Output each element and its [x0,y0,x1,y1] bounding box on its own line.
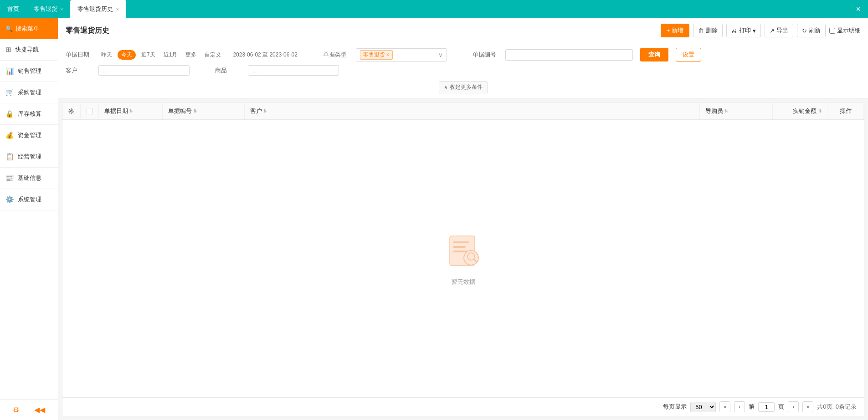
tab-retail-return-history[interactable]: 零售退货历史 × [70,0,126,18]
export-icon: ↗ [770,27,775,34]
goods-placeholder: ... [252,67,257,74]
th-customer-label: 客户 [250,107,262,115]
sidebar-item-finance-mgmt[interactable]: 💰 资金管理 [0,125,58,146]
th-op-label: 操作 [840,107,852,115]
th-date[interactable]: 单据日期 ⇅ [99,103,163,119]
bill-type-select[interactable]: 零售退货 × ∨ [356,48,447,61]
th-amount[interactable]: 实销金额 ⇅ [773,103,827,119]
filter-area: 单据日期 昨天 今天 近7天 近1月 更多 自定义 2023-06-02 至 2… [58,43,868,98]
show-detail-label: 显示明细 [829,26,861,35]
basic-info-icon: 📰 [5,174,14,182]
column-settings-icon [68,108,75,115]
first-page-button[interactable]: « [719,401,730,412]
per-page-select[interactable]: 10 20 50 100 [690,402,716,412]
content-area: 零售退货历史 + 新增 🗑 删除 🖨 打印 ▾ ↗ 导出 ↻ [58,18,868,420]
export-label: 导出 [776,26,788,35]
page-header: 零售退货历史 + 新增 🗑 删除 🖨 打印 ▾ ↗ 导出 ↻ [58,18,868,43]
bottom-settings-icon[interactable]: ⚙ [13,405,19,414]
ops-icon: 📋 [5,153,14,161]
date-btn-more[interactable]: 更多 [183,50,199,60]
customer-select[interactable]: ... [98,65,190,76]
sidebar-search[interactable]: 🔍 搜索菜单 [0,18,58,39]
th-customer-sort-icon: ⇅ [263,108,267,113]
th-customer[interactable]: 客户 ⇅ [245,103,700,119]
th-bill-no-sort-icon: ⇅ [193,108,197,113]
sidebar-item-sales-mgmt[interactable]: 📊 销售管理 [0,61,58,82]
sidebar: 🔍 搜索菜单 ⊞ 快捷导航 📊 销售管理 🛒 采购管理 🔒 库存核算 💰 资金管… [0,18,58,420]
page-total: 共0页, 0条记录 [817,403,857,411]
bill-date-label: 单据日期 [66,51,91,59]
page-title: 零售退货历史 [66,26,109,36]
th-bill-no-label: 单据编号 [168,107,192,115]
tab-home[interactable]: 首页 [0,0,26,18]
th-op: 操作 [827,103,864,119]
collapse-label: 收起更多条件 [450,83,483,91]
date-btn-last1m[interactable]: 近1月 [161,50,180,60]
add-button[interactable]: + 新增 [661,24,689,37]
date-btn-yesterday[interactable]: 昨天 [98,50,115,60]
sidebar-item-quick-nav-label: 快捷导航 [15,46,39,54]
tab-retail-return-close[interactable]: × [60,6,63,12]
per-page-label: 每页显示 [663,403,687,411]
sidebar-item-sys-mgmt[interactable]: ⚙️ 系统管理 [0,189,58,210]
sidebar-bottom: ⚙ ◀◀ [0,399,58,420]
sidebar-item-ops-mgmt[interactable]: 📋 经营管理 [0,146,58,168]
delete-icon: 🗑 [698,27,704,34]
delete-label: 删除 [706,26,718,35]
search-icon: 🔍 [5,26,13,32]
th-settings[interactable] [62,104,81,118]
customer-label: 客户 [66,67,91,75]
th-checkbox[interactable] [81,104,99,118]
print-button[interactable]: 🖨 打印 ▾ [726,24,761,37]
table-header: 单据日期 ⇅ 单据编号 ⇅ 客户 ⇅ 导购员 ⇅ 实销金额 ⇅ [62,102,864,120]
sidebar-item-purchase-mgmt[interactable]: 🛒 采购管理 [0,82,58,103]
date-range-display: 2023-06-02 至 2023-06-02 [233,51,297,59]
prev-page-button[interactable]: ‹ [734,401,745,412]
tab-home-label: 首页 [7,5,19,13]
date-btn-today[interactable]: 今天 [118,50,136,60]
print-dropdown-icon: ▾ [753,27,756,34]
sidebar-item-inventory[interactable]: 🔒 库存核算 [0,103,58,125]
date-btn-last7[interactable]: 近7天 [139,50,158,60]
sidebar-item-purchase-label: 采购管理 [18,88,41,97]
bottom-sound-icon[interactable]: ◀◀ [34,405,45,414]
date-btn-custom[interactable]: 自定义 [202,50,224,60]
refresh-button[interactable]: ↻ 刷新 [797,24,826,37]
th-bill-no[interactable]: 单据编号 ⇅ [163,103,245,119]
query-button[interactable]: 查询 [640,48,668,61]
tab-retail-return-history-close[interactable]: × [116,6,118,12]
page-number-input[interactable] [758,402,775,412]
pagination: 每页显示 10 20 50 100 « ‹ 第 页 › » 共0页, 0条记录 [62,397,864,416]
finance-icon: 💰 [5,131,14,139]
export-button[interactable]: ↗ 导出 [765,24,793,37]
th-date-label: 单据日期 [104,107,128,115]
sidebar-item-basic-info[interactable]: 📰 基础信息 [0,168,58,189]
th-guide[interactable]: 导购员 ⇅ [700,103,773,119]
th-date-sort-icon: ⇅ [129,108,133,113]
select-all-checkbox[interactable] [87,108,93,114]
last-page-button[interactable]: » [802,401,813,412]
table-body: 暂无数据 [62,120,864,397]
window-close-button[interactable]: × [848,5,868,14]
top-bar-tabs: 首页 零售退货 × 零售退货历史 × [0,0,848,18]
tab-retail-return[interactable]: 零售退货 × [26,0,70,18]
bill-type-tag-close[interactable]: × [386,51,390,58]
goods-select[interactable]: ... [248,65,339,76]
refresh-label: 刷新 [809,26,821,35]
print-icon: 🖨 [731,27,737,34]
collapse-up-icon: ∧ [444,84,448,91]
delete-button[interactable]: 🗑 删除 [693,24,723,37]
next-page-button[interactable]: › [788,401,799,412]
sys-icon: ⚙️ [5,195,14,204]
svg-rect-4 [453,251,467,252]
sidebar-item-quick-nav[interactable]: ⊞ 快捷导航 [0,39,58,61]
tab-retail-return-history-label: 零售退货历史 [77,5,113,13]
bill-no-input[interactable] [505,49,633,61]
table-container: 单据日期 ⇅ 单据编号 ⇅ 客户 ⇅ 导购员 ⇅ 实销金额 ⇅ [62,102,864,416]
collapse-button[interactable]: ∧ 收起更多条件 [439,81,488,93]
page-unit: 页 [778,403,784,411]
show-detail-checkbox[interactable] [829,28,835,34]
top-bar: 首页 零售退货 × 零售退货历史 × × [0,0,868,18]
settings-button[interactable]: 设置 [676,48,701,61]
sidebar-item-inventory-label: 库存核算 [18,110,41,118]
